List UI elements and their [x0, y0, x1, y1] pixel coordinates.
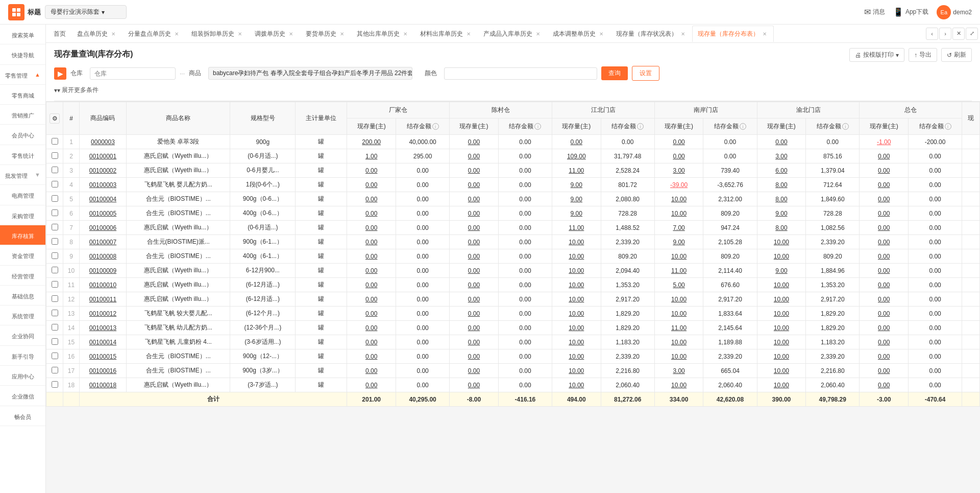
row-checkbox[interactable] [52, 353, 58, 359]
tab-product-inbound[interactable]: 产成品入库单历史 ✕ [478, 26, 547, 42]
tab-dist-stock-close[interactable]: ✕ [173, 30, 180, 37]
sidebar-item-retail-mall[interactable]: 零售商城 [0, 85, 45, 105]
tab-product-inbound-close[interactable]: ✕ [534, 30, 542, 37]
row-checkbox[interactable] [52, 138, 58, 145]
row-checkbox[interactable] [52, 295, 58, 302]
tab-stock-single-history[interactable]: 盘点单历史 ✕ [71, 26, 122, 42]
info-icon-fac[interactable]: i [432, 123, 439, 130]
tab-other-outbound[interactable]: 其他出库单历史 ✕ [351, 26, 414, 42]
code-link[interactable]: 00100007 [89, 239, 116, 246]
sidebar-item-member-center[interactable]: 会员中心 [0, 125, 45, 145]
row-checkbox[interactable] [52, 224, 58, 230]
code-link[interactable]: 00100001 [89, 153, 116, 160]
filter-collapse-btn[interactable]: ▶ [54, 67, 66, 80]
row-checkbox[interactable] [52, 367, 58, 373]
info-icon-chen[interactable]: i [534, 123, 541, 130]
warehouse-input[interactable] [90, 67, 176, 80]
sidebar-item-ecommerce-mgmt[interactable]: 电商管理 [0, 185, 45, 205]
info-icon-yb[interactable]: i [842, 123, 849, 130]
tab-close-all-btn[interactable]: ✕ [952, 28, 965, 40]
sidebar-item-retail-stats[interactable]: 零售统计 [0, 145, 45, 165]
tab-stock-dist[interactable]: 现存量（库存分布表） ✕ [692, 26, 774, 42]
tab-material-outbound[interactable]: 材料出库单历史 ✕ [414, 26, 478, 42]
sidebar-item-inventory-check[interactable]: 库存核算 [0, 225, 45, 245]
tab-stock-status[interactable]: 现存量（库存状况表） ✕ [610, 26, 692, 42]
row-checkbox[interactable] [52, 338, 58, 345]
sidebar-item-search-hero[interactable]: 搜索英单 [0, 25, 45, 44]
row-checkbox[interactable] [52, 195, 58, 202]
refresh-btn[interactable]: ↺ 刷新 [941, 48, 972, 62]
tab-stock-dist-close[interactable]: ✕ [761, 30, 768, 37]
code-link[interactable]: 00100012 [89, 310, 116, 317]
code-link[interactable]: 00100008 [89, 253, 116, 260]
row-checkbox[interactable] [52, 167, 58, 173]
code-link[interactable]: 00100005 [89, 210, 116, 217]
info-icon-na[interactable]: i [740, 123, 746, 130]
row-checkbox[interactable] [52, 324, 58, 331]
sidebar-item-enterprise-wechat[interactable]: 企业微信 [0, 386, 45, 406]
code-link[interactable]: 00100016 [89, 367, 116, 374]
tab-transfer-history[interactable]: 调拨单历史 ✕ [249, 26, 300, 42]
sidebar-item-wholesale-mgmt[interactable]: 批发管理 ▼ [0, 165, 45, 185]
row-checkbox[interactable] [52, 209, 58, 216]
goods-value-tag[interactable]: babycare孕妇待产包 春季入院全套母子组合孕妇产后冬季月子用品 22件套 … [208, 67, 412, 80]
row-checkbox[interactable] [52, 381, 58, 388]
tab-cost-adjust[interactable]: 成本调整单历史 ✕ [547, 26, 610, 42]
sidebar-item-enterprise-collab[interactable]: 企业协同 [0, 325, 45, 345]
tab-next-btn[interactable]: › [939, 28, 951, 40]
row-checkbox[interactable] [52, 281, 58, 288]
code-link[interactable]: 00100002 [89, 167, 116, 174]
code-link[interactable]: 0000003 [91, 138, 115, 146]
tab-stock-single-close[interactable]: ✕ [110, 30, 117, 37]
tab-requisition-close[interactable]: ✕ [338, 30, 346, 37]
row-checkbox[interactable] [52, 252, 58, 259]
sidebar-item-finance-mgmt[interactable]: 资金管理 [0, 245, 45, 265]
sidebar-item-purchase-mgmt[interactable]: 采购管理 [0, 205, 45, 225]
message-btn[interactable]: ✉ 消息 [864, 7, 885, 17]
info-icon-jb[interactable]: i [637, 123, 644, 130]
code-link[interactable]: 00100018 [89, 382, 116, 389]
sidebar-item-vip-member[interactable]: 畅会员 [0, 406, 45, 426]
code-link[interactable]: 00100009 [89, 267, 116, 274]
row-checkbox[interactable] [52, 238, 58, 245]
sidebar-item-new-guide[interactable]: 新手引导 [0, 346, 45, 366]
sidebar-item-system-mgmt[interactable]: 系统管理 [0, 306, 45, 325]
code-link[interactable]: 00100014 [89, 339, 116, 346]
tab-material-outbound-close[interactable]: ✕ [465, 30, 472, 37]
row-checkbox[interactable] [52, 310, 58, 316]
code-link[interactable]: 00100013 [89, 324, 116, 332]
tab-transfer-close[interactable]: ✕ [287, 30, 295, 37]
row-checkbox[interactable] [52, 267, 58, 273]
store-selector[interactable]: 母婴行业演示陈套 ▾ [45, 5, 127, 19]
row-checkbox[interactable] [52, 152, 58, 159]
sidebar-item-operations-mgmt[interactable]: 经营管理 [0, 266, 45, 286]
filter-expand-btn[interactable]: ▾▾ 展开更多条件 [54, 86, 972, 95]
user-btn[interactable]: Ea demo2 [937, 5, 972, 19]
tab-stock-status-close[interactable]: ✕ [679, 30, 687, 37]
tab-requisition-history[interactable]: 要货单历史 ✕ [300, 26, 351, 42]
code-link[interactable]: 00100015 [89, 353, 116, 360]
tab-assembly-dismantle[interactable]: 组装拆卸单历史 ✕ [186, 26, 249, 42]
sidebar-item-marketing[interactable]: 营销推广 [0, 105, 45, 125]
tab-cost-adjust-close[interactable]: ✕ [598, 30, 605, 37]
code-link[interactable]: 00100010 [89, 281, 116, 289]
app-download-btn[interactable]: 📱 App下载 [893, 7, 928, 17]
tab-prev-btn[interactable]: ‹ [926, 28, 938, 40]
info-icon-tot[interactable]: i [945, 123, 951, 130]
search-btn[interactable]: 查询 [601, 66, 628, 80]
sidebar-item-quick-nav[interactable]: 快捷导航 [0, 44, 45, 64]
tab-home[interactable]: 首页 [48, 26, 71, 42]
color-input[interactable] [444, 67, 597, 80]
row-checkbox[interactable] [52, 181, 58, 187]
sidebar-item-retail-mgmt[interactable]: 零售管理 ▲ [0, 65, 45, 85]
gear-icon[interactable]: ⚙ [50, 113, 60, 124]
batch-print-btn[interactable]: 🖨 按模版打印 ▾ [849, 48, 904, 62]
code-link[interactable]: 00100011 [89, 296, 116, 303]
tab-assembly-close[interactable]: ✕ [236, 30, 243, 37]
tab-dist-stock-history[interactable]: 分量盘点单历史 ✕ [122, 26, 186, 42]
settings-btn[interactable]: 设置 [632, 66, 659, 81]
tab-other-outbound-close[interactable]: ✕ [402, 30, 409, 37]
sidebar-item-app-center[interactable]: 应用中心 [0, 366, 45, 386]
code-link[interactable]: 00100006 [89, 224, 116, 231]
tab-maximize-btn[interactable]: ⤢ [966, 28, 978, 40]
